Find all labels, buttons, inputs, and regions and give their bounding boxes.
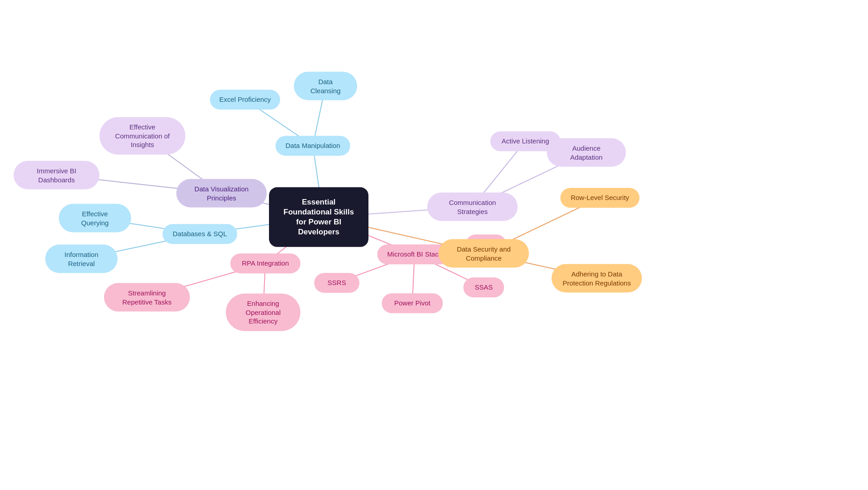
node-data-viz: Data Visualization Principles — [176, 179, 267, 208]
node-comm-strat: Communication Strategies — [427, 193, 518, 221]
node-audience-adapt: Audience Adaptation — [547, 138, 626, 167]
node-info-retrieval: Information Retrieval — [45, 245, 118, 273]
node-rpa-integ: RPA Integration — [231, 253, 301, 273]
node-immersive-bi: Immersive BI Dashboards — [14, 161, 99, 190]
node-eff-query: Effective Querying — [59, 204, 131, 233]
center-node: Essential Foundational Skills for Power … — [269, 187, 368, 247]
node-data-sec: Data Security and Compliance — [439, 239, 529, 268]
node-data-clean: Data Cleansing — [294, 72, 357, 100]
node-ssas: SSAS — [463, 277, 504, 297]
node-data-manip: Data Manipulation — [276, 136, 350, 156]
node-power-pivot: Power Pivot — [382, 293, 443, 313]
node-ssrs: SSRS — [314, 273, 359, 293]
node-databases-sql: Databases & SQL — [163, 224, 237, 244]
node-row-level: Row-Level Security — [561, 188, 640, 208]
node-effective-comm: Effective Communication of Insights — [99, 117, 185, 155]
node-excel-prof: Excel Proficiency — [210, 90, 280, 109]
node-enh-eff: Enhancing Operational Efficiency — [226, 294, 301, 331]
node-data-protect: Adhering to Data Protection Regulations — [552, 264, 642, 293]
node-stream-rep: Streamlining Repetitive Tasks — [104, 283, 190, 312]
